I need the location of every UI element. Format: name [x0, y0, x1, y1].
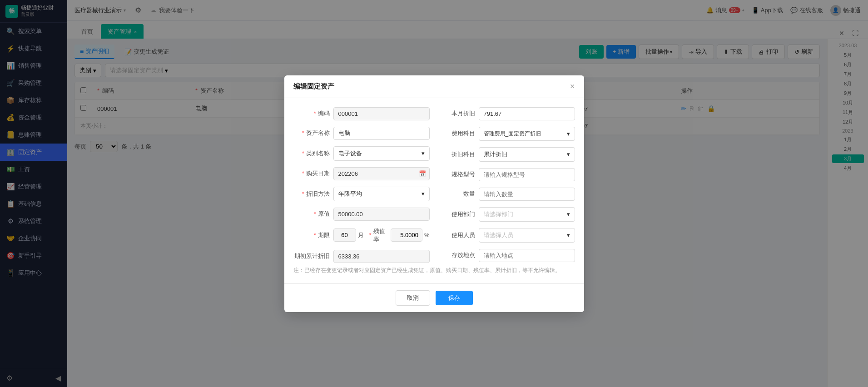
- code-star: *: [314, 110, 316, 117]
- modal-title: 编辑固定资产: [293, 82, 334, 91]
- depreciation-subject-label-text: 折旧科目: [451, 151, 475, 158]
- modal-footer: 取消 保存: [284, 283, 584, 312]
- form-row-location: 存放地点: [439, 249, 575, 262]
- quantity-input[interactable]: [479, 188, 575, 201]
- quantity-label: 数量: [439, 190, 475, 198]
- period-label-text: 期限: [318, 232, 330, 238]
- form-row-category: * 类别名称 电子设备 ▾: [293, 146, 430, 161]
- purchase-date-label-text: 购买日期: [306, 170, 330, 177]
- modal-body: * 编码 * 资产名称 *: [284, 98, 584, 283]
- save-button[interactable]: 保存: [436, 291, 473, 305]
- original-value-label-text: 原值: [318, 210, 330, 217]
- dep-subject-arrow: ▾: [567, 151, 570, 158]
- expense-subject-value: 管理费用_固定资产折旧: [484, 130, 541, 138]
- form-row-depreciation-subject: 折旧科目 累计折旧 ▾: [439, 147, 575, 162]
- expense-subject-arrow: ▾: [567, 130, 570, 137]
- depreciation-method-label-text: 折旧方法: [306, 190, 330, 197]
- expense-subject-label: 费用科目: [439, 129, 475, 138]
- depreciation-subject-value: 累计折旧: [484, 150, 507, 159]
- residual-rate-label: 残值率: [373, 227, 389, 243]
- modal-note: 注：已经存在变更记录或者对应固定资产已经生成凭证，原值、购买日期、残值率、累计折…: [293, 263, 575, 274]
- period-star: *: [314, 232, 316, 238]
- department-placeholder: 请选择部门: [484, 210, 513, 218]
- category-label-modal: * 类别名称: [293, 149, 330, 158]
- form-row-monthly-depreciation: 本月折旧: [439, 107, 575, 120]
- depreciation-method-value: 年限平均: [338, 190, 362, 198]
- department-label: 使用部门: [439, 210, 475, 218]
- ov-star: *: [314, 210, 316, 217]
- form-row-quantity: 数量: [439, 188, 575, 201]
- purchase-date-input[interactable]: [333, 167, 430, 180]
- form-grid: * 编码 * 资产名称 *: [293, 107, 575, 263]
- code-label-text: 编码: [318, 110, 330, 117]
- form-row-purchase-date: * 购买日期 📅: [293, 167, 430, 180]
- period-unit: 月: [358, 231, 364, 239]
- name-label-text: 资产名称: [306, 129, 330, 136]
- category-select[interactable]: 电子设备 ▾: [333, 146, 430, 161]
- name-star: *: [302, 129, 304, 136]
- monthly-dep-label-text: 本月折旧: [451, 110, 475, 117]
- form-left: * 编码 * 资产名称 *: [293, 107, 430, 263]
- original-value-label: * 原值: [293, 210, 330, 218]
- user-placeholder: 请选择人员: [484, 231, 513, 239]
- period-label: * 期限: [293, 231, 330, 239]
- user-label-text: 使用人员: [451, 232, 475, 238]
- purchase-date-label: * 购买日期: [293, 169, 330, 178]
- date-star: *: [302, 170, 304, 177]
- category-select-value: 电子设备: [338, 149, 362, 158]
- category-select-arrow: ▾: [422, 150, 425, 157]
- residual-rate-unit: %: [424, 232, 430, 238]
- expense-subject-label-text: 费用科目: [451, 130, 475, 137]
- form-row-spec-model: 规格型号: [439, 168, 575, 181]
- accumulated-label-text: 期初累计折旧: [294, 253, 330, 259]
- form-row-name: * 资产名称: [293, 127, 430, 140]
- user-arrow: ▾: [567, 232, 570, 238]
- expense-subject-select[interactable]: 管理费用_固定资产折旧 ▾: [479, 127, 575, 141]
- method-star: *: [302, 190, 304, 197]
- form-row-period: * 期限 月 * 残值率 %: [293, 227, 430, 243]
- depreciation-subject-label: 折旧科目: [439, 150, 475, 159]
- spec-model-label: 规格型号: [439, 170, 475, 179]
- form-row-depreciation-method: * 折旧方法 年限平均 ▾: [293, 187, 430, 201]
- location-label-text: 存放地点: [451, 252, 475, 258]
- calendar-icon[interactable]: 📅: [419, 170, 426, 177]
- form-row-expense-subject: 费用科目 管理费用_固定资产折旧 ▾: [439, 127, 575, 141]
- location-label: 存放地点: [439, 251, 475, 259]
- form-row-original-value: * 原值: [293, 208, 430, 221]
- form-row-user: 使用人员 请选择人员 ▾: [439, 228, 575, 243]
- form-row-accumulated-depreciation: 期初累计折旧: [293, 250, 430, 263]
- accumulated-input[interactable]: [333, 250, 430, 263]
- depreciation-method-select[interactable]: 年限平均 ▾: [333, 187, 430, 201]
- location-input[interactable]: [479, 249, 575, 262]
- spec-model-input[interactable]: [479, 168, 575, 181]
- cat-star: *: [302, 150, 304, 157]
- code-input[interactable]: [333, 107, 430, 120]
- department-label-text: 使用部门: [451, 211, 475, 218]
- form-row-department: 使用部门 请选择部门 ▾: [439, 207, 575, 222]
- department-arrow: ▾: [567, 211, 570, 218]
- original-value-input[interactable]: [333, 208, 430, 221]
- category-label-text: 类别名称: [306, 150, 330, 157]
- monthly-dep-label: 本月折旧: [439, 109, 475, 118]
- modal-header: 编辑固定资产 ×: [284, 75, 584, 98]
- name-input[interactable]: [333, 127, 430, 140]
- monthly-dep-input[interactable]: [479, 107, 575, 120]
- quantity-label-text: 数量: [463, 190, 475, 197]
- modal-overlay[interactable]: 编辑固定资产 × * 编码 *: [0, 0, 868, 387]
- user-select[interactable]: 请选择人员 ▾: [479, 228, 575, 243]
- user-label-modal: 使用人员: [439, 231, 475, 239]
- depreciation-method-label: * 折旧方法: [293, 190, 330, 198]
- department-select[interactable]: 请选择部门 ▾: [479, 207, 575, 222]
- form-right: 本月折旧 费用科目 管理费用_固定资产折旧 ▾: [439, 107, 575, 263]
- period-input[interactable]: [333, 228, 356, 242]
- residual-rate-input[interactable]: [391, 228, 422, 242]
- cancel-button[interactable]: 取消: [396, 290, 430, 306]
- period-row: 月 * 残值率 %: [333, 227, 430, 243]
- accumulated-label: 期初累计折旧: [293, 252, 330, 260]
- modal-close-btn[interactable]: ×: [570, 82, 575, 91]
- depreciation-subject-select[interactable]: 累计折旧 ▾: [479, 147, 575, 162]
- method-arrow-icon: ▾: [422, 190, 425, 197]
- purchase-date-field: 📅: [333, 167, 430, 180]
- code-label: * 编码: [293, 109, 330, 118]
- residual-star: *: [369, 232, 372, 238]
